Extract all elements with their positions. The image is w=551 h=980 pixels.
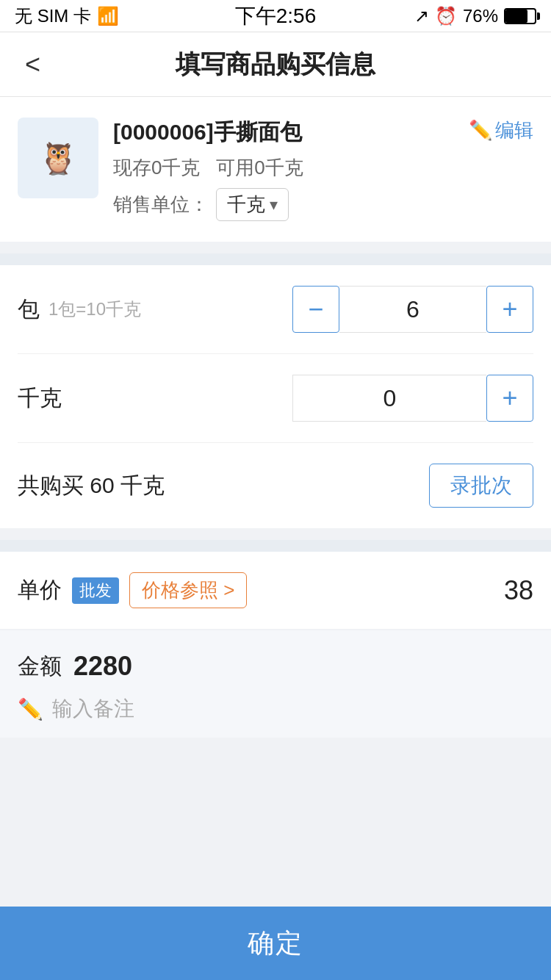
product-section: 🦉 [0000006]手撕面包 ✏️ 编辑 现存0千克 可用0千克 销售单位： …	[0, 97, 551, 242]
amount-label: 金额	[18, 652, 62, 682]
edit-icon: ✏️	[469, 119, 492, 142]
status-left: 无 SIM 卡 📶	[15, 4, 119, 28]
status-time: 下午2:56	[235, 2, 317, 30]
product-stock: 现存0千克 可用0千克	[113, 155, 533, 181]
battery-percent: 76%	[463, 6, 498, 26]
wifi-icon: 📶	[97, 6, 119, 26]
product-thumbnail: 🦉	[18, 118, 98, 198]
bao-quantity-row: 包 1包=10千克 − +	[18, 265, 533, 354]
price-label-group: 单价 批发 价格参照 >	[18, 572, 247, 608]
bao-quantity-control: − +	[292, 286, 533, 333]
available-label: 可用0千克	[216, 156, 303, 179]
batch-button[interactable]: 录批次	[429, 464, 533, 508]
price-badge: 批发	[72, 577, 119, 604]
amount-value: 2280	[73, 651, 132, 682]
product-info: [0000006]手撕面包 ✏️ 编辑 现存0千克 可用0千克 销售单位： 千克…	[113, 118, 533, 221]
summary-text: 共购买 60 千克	[18, 471, 165, 501]
bao-label-group: 包 1包=10千克	[18, 295, 141, 325]
note-row[interactable]: ✏️ 输入备注	[18, 695, 533, 723]
kg-quantity-row: 千克 +	[18, 354, 533, 443]
bao-plus-button[interactable]: +	[486, 286, 533, 333]
kg-quantity-control: +	[292, 375, 533, 422]
edit-label: 编辑	[495, 118, 533, 143]
edit-link[interactable]: ✏️ 编辑	[469, 118, 533, 143]
page-title: 填写商品购买信息	[176, 48, 375, 82]
note-placeholder: 输入备注	[52, 695, 134, 723]
price-section: 单价 批发 价格参照 > 38	[0, 552, 551, 629]
price-label: 单价	[18, 575, 62, 605]
price-value: 38	[504, 575, 533, 606]
confirm-button[interactable]: 确定	[0, 907, 551, 980]
stock-label: 现存0千克	[113, 156, 200, 179]
unit-selector[interactable]: 千克 ▾	[216, 188, 289, 221]
back-button[interactable]: <	[18, 42, 48, 87]
nav-bar: < 填写商品购买信息	[0, 32, 551, 97]
kg-label: 千克	[18, 383, 62, 414]
kg-label-text: 千克	[18, 383, 62, 414]
section-divider-2	[0, 540, 551, 552]
confirm-label: 确定	[248, 926, 303, 962]
price-ref-button[interactable]: 价格参照 >	[129, 572, 247, 608]
quantity-section: 包 1包=10千克 − + 千克 +	[0, 265, 551, 443]
chevron-down-icon: ▾	[270, 195, 278, 215]
product-title-row: [0000006]手撕面包 ✏️ 编辑	[113, 118, 533, 148]
pencil-icon: ✏️	[18, 697, 43, 721]
battery-icon	[504, 8, 536, 24]
status-bar: 无 SIM 卡 📶 下午2:56 ↗ ⏰ 76%	[0, 0, 551, 32]
bao-minus-button[interactable]: −	[292, 286, 339, 333]
section-divider	[0, 253, 551, 265]
alarm-icon: ⏰	[435, 6, 457, 26]
location-icon: ↗	[414, 6, 429, 26]
bao-label: 包	[18, 295, 40, 325]
product-unit-row: 销售单位： 千克 ▾	[113, 188, 533, 221]
bao-quantity-input[interactable]	[339, 286, 486, 333]
product-name: [0000006]手撕面包	[113, 118, 469, 148]
summary-section: 共购买 60 千克 录批次	[0, 443, 551, 528]
unit-label: 销售单位：	[113, 192, 209, 217]
kg-quantity-input[interactable]	[292, 375, 486, 422]
amount-section: 金额 2280 ✏️ 输入备注	[0, 630, 551, 738]
carrier-label: 无 SIM 卡	[15, 4, 91, 28]
unit-value: 千克	[227, 192, 265, 217]
kg-plus-button[interactable]: +	[486, 375, 533, 422]
amount-row: 金额 2280	[18, 651, 533, 682]
bao-hint: 1包=10千克	[48, 298, 141, 321]
product-owl-icon: 🦉	[39, 140, 77, 176]
status-right: ↗ ⏰ 76%	[414, 6, 536, 26]
